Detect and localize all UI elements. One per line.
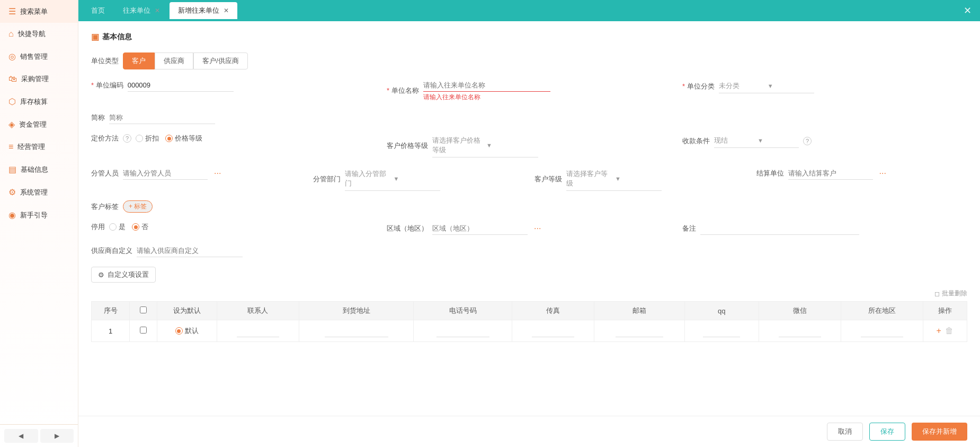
- cell-default: 默认: [157, 320, 217, 342]
- finance-icon: ◈: [8, 119, 15, 129]
- short-name-label: 简称: [91, 113, 105, 122]
- form-group-type: 单位类型 客户 供应商 客户/供应商: [91, 52, 967, 69]
- save-button[interactable]: 保存: [869, 423, 905, 441]
- department-label: 分管部门: [313, 174, 341, 184]
- type-buttons: 客户 供应商 客户/供应商: [123, 52, 248, 69]
- sidebar-item-guide[interactable]: ◉ 新手引导: [0, 204, 78, 226]
- supplier-custom-input[interactable]: [137, 244, 243, 257]
- global-close-btn[interactable]: ✕: [959, 5, 976, 16]
- form-group-tags: 客户标签 + 标签: [91, 200, 967, 213]
- disable-radio-no[interactable]: 否: [132, 222, 148, 232]
- tab-partners[interactable]: 往来单位 ✕: [114, 2, 168, 19]
- tab-home[interactable]: 首页: [83, 2, 113, 19]
- form-row-manager: 分管人员 ··· 分管部门 请输入分管部门 ▼ 客户等级 请选择客户等级 ▼ 结…: [91, 167, 967, 191]
- add-tag-btn[interactable]: + 标签: [123, 200, 153, 213]
- select-all-checkbox[interactable]: [140, 306, 147, 313]
- cell-action: + 🗑: [923, 320, 967, 342]
- pricing-help-icon[interactable]: ?: [123, 134, 131, 143]
- manager-more-icon[interactable]: ···: [212, 169, 223, 178]
- custom-settings-wrap: ⚙ 自定义项设置: [91, 267, 967, 283]
- phone-input[interactable]: [436, 325, 489, 337]
- sidebar-expand-btn[interactable]: ▶: [40, 429, 74, 443]
- price-level-label: 价格等级: [175, 134, 202, 143]
- settlement-more-icon[interactable]: ···: [877, 169, 888, 178]
- remark-input[interactable]: [700, 222, 859, 235]
- save-new-button[interactable]: 保存并新增: [912, 423, 967, 441]
- custom-settings-icon: ⚙: [98, 271, 104, 279]
- sidebar-item-basicinfo[interactable]: ▤ 基础信息: [0, 158, 78, 181]
- customer-price-select[interactable]: 请选择客户价格等级 ▼: [432, 134, 538, 157]
- payment-select[interactable]: 现结 ▼: [714, 134, 799, 148]
- table-row: 1 默认: [92, 320, 967, 342]
- row-region-input[interactable]: [861, 325, 903, 337]
- batch-delete-btn[interactable]: ◻ 批量删除: [934, 289, 967, 298]
- unit-category-value: 未分类: [719, 81, 765, 91]
- sidebar-item-sales[interactable]: ◎ 销售管理: [0, 45, 78, 68]
- custom-settings-btn[interactable]: ⚙ 自定义项设置: [91, 267, 156, 283]
- col-email: 邮箱: [594, 302, 685, 320]
- pricing-radio-discount[interactable]: 折扣: [136, 134, 159, 143]
- short-name-input[interactable]: [109, 111, 215, 124]
- sidebar-item-quicknav[interactable]: ⌂ 快捷导航: [0, 23, 78, 45]
- region-input[interactable]: [432, 222, 528, 235]
- payment-label: 收款条件: [682, 136, 710, 146]
- sidebar-item-label: 采购管理: [21, 74, 49, 84]
- contact-input[interactable]: [237, 325, 279, 337]
- type-btn-supplier[interactable]: 供应商: [155, 52, 193, 69]
- sidebar-item-finance[interactable]: ◈ 资金管理: [0, 113, 78, 136]
- tab-partners-close[interactable]: ✕: [155, 7, 160, 14]
- type-btn-both[interactable]: 客户/供应商: [193, 52, 248, 69]
- unit-name-input[interactable]: [423, 79, 550, 92]
- email-input[interactable]: [616, 325, 663, 337]
- form-group-category: 单位分类 未分类 ▼: [682, 79, 967, 93]
- sidebar-item-system[interactable]: ⚙ 系统管理: [0, 181, 78, 204]
- contact-table-section: ◻ 批量删除 序号 设为默认 联系人 到货地址 电话号码 传真 邮箱 qq: [91, 289, 967, 342]
- pricing-radio-level[interactable]: 价格等级: [165, 134, 202, 143]
- cell-email: [594, 320, 685, 342]
- add-row-btn[interactable]: +: [937, 326, 941, 335]
- manager-label: 分管人员: [91, 169, 119, 178]
- disable-radio-yes[interactable]: 是: [109, 222, 126, 232]
- type-btn-customer[interactable]: 客户: [123, 52, 155, 69]
- customer-tag-label: 客户标签: [91, 202, 119, 212]
- cancel-button[interactable]: 取消: [827, 423, 863, 441]
- fax-input[interactable]: [532, 325, 574, 337]
- sidebar-collapse-btn[interactable]: ◀: [4, 429, 38, 443]
- form-group-pricing: 定价方法 ? 折扣 价格等级: [91, 134, 376, 143]
- form-group-payment: 收款条件 现结 ▼ ?: [682, 134, 967, 148]
- tab-new-partner[interactable]: 新增往来单位 ✕: [170, 2, 237, 19]
- settlement-input[interactable]: [788, 167, 873, 180]
- unit-code-input[interactable]: [128, 79, 234, 92]
- row-checkbox[interactable]: [140, 327, 147, 334]
- sidebar-item-purchase[interactable]: 🛍 采购管理: [0, 68, 78, 90]
- batch-delete-icon: ◻: [934, 290, 940, 297]
- customer-price-placeholder: 请选择客户价格等级: [432, 136, 484, 155]
- manager-input[interactable]: [123, 167, 208, 180]
- department-select[interactable]: 请输入分管部门 ▼: [345, 167, 440, 191]
- sidebar-bottom: ◀ ▶: [0, 424, 78, 447]
- search-icon: ☰: [8, 6, 16, 16]
- customer-level-select[interactable]: 请选择客户等级 ▼: [566, 167, 662, 191]
- sidebar-item-inventory[interactable]: ⬡ 库存核算: [0, 90, 78, 113]
- cell-address: [299, 320, 414, 342]
- sidebar-item-label: 搜索菜单: [20, 7, 48, 16]
- form-group-supplier-custom: 供应商自定义: [91, 244, 967, 257]
- default-radio[interactable]: 默认: [163, 326, 211, 336]
- form-group-manager: 分管人员 ···: [91, 167, 302, 180]
- qq-input[interactable]: [703, 325, 740, 337]
- sidebar-item-label: 资金管理: [19, 120, 47, 129]
- region-more-icon[interactable]: ···: [532, 224, 543, 233]
- disable-radio-group: 是 否: [109, 222, 148, 232]
- wechat-input[interactable]: [779, 325, 821, 337]
- table-header: 序号 设为默认 联系人 到货地址 电话号码 传真 邮箱 qq 微信 所在地区 操…: [92, 302, 967, 320]
- del-row-btn[interactable]: 🗑: [945, 326, 954, 335]
- form-group-department: 分管部门 请输入分管部门 ▼: [313, 167, 524, 191]
- payment-help-icon[interactable]: ?: [803, 137, 812, 145]
- sidebar-item-operations[interactable]: ≡ 经营管理: [0, 136, 78, 158]
- col-checkbox: [130, 302, 157, 320]
- form-row-tags: 客户标签 + 标签: [91, 200, 967, 213]
- unit-category-select[interactable]: 未分类 ▼: [719, 79, 814, 93]
- tab-new-partner-close[interactable]: ✕: [224, 7, 229, 14]
- sidebar-item-search[interactable]: ☰ 搜索菜单: [0, 0, 78, 23]
- address-input[interactable]: [325, 325, 388, 337]
